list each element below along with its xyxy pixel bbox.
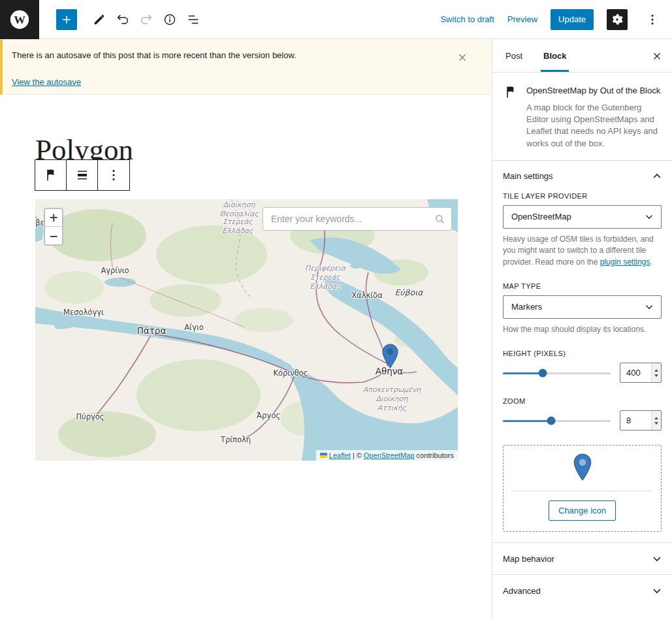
chevron-down-icon bbox=[645, 304, 653, 310]
map-label: Αγρίνιο bbox=[101, 266, 129, 275]
list-view-button[interactable] bbox=[182, 8, 205, 31]
tab-post[interactable]: Post bbox=[495, 40, 533, 72]
tab-block[interactable]: Block bbox=[533, 40, 577, 72]
height-value: 400 bbox=[620, 363, 651, 382]
height-field: HEIGHT (PIXELS) 400 bbox=[503, 350, 662, 383]
block-description: A map block for the Gutenberg Editor usi… bbox=[526, 102, 662, 150]
map-flag-icon bbox=[43, 167, 59, 183]
block-card: OpenStreetMap by Out of the Block A map … bbox=[492, 73, 672, 160]
map-type-field: MAP TYPE Markers How the map should disp… bbox=[503, 282, 662, 335]
chevron-down-icon bbox=[652, 556, 662, 562]
block-inserter-button[interactable] bbox=[56, 9, 77, 30]
zoom-slider-thumb[interactable] bbox=[547, 416, 556, 425]
map-label: Μεσολόγγι bbox=[63, 308, 104, 317]
zoom-slider[interactable] bbox=[503, 411, 611, 431]
map-label: Περιφέρεια Στερεάς Ελλάδας bbox=[305, 264, 345, 291]
block-flag-icon bbox=[503, 83, 519, 150]
panel-map-behavior: Map behavior bbox=[492, 542, 672, 574]
height-slider[interactable] bbox=[503, 363, 611, 383]
tile-layer-help: Heavy usage of OSM tiles is forbidden, a… bbox=[503, 234, 662, 268]
view-autosave-link[interactable]: View the autosave bbox=[12, 77, 81, 87]
sidebar-tabs: Post Block bbox=[495, 40, 577, 72]
advanced-title: Advanced bbox=[503, 586, 541, 596]
align-button[interactable] bbox=[67, 160, 98, 190]
notice-message: There is an autosave of this post that i… bbox=[12, 49, 454, 60]
plugin-settings-link[interactable]: plugin settings bbox=[600, 257, 650, 267]
zoom-in-button[interactable]: + bbox=[45, 209, 62, 227]
switch-to-draft-link[interactable]: Switch to draft bbox=[440, 14, 494, 24]
map-attribution: Leaflet | © OpenStreetMap contributors bbox=[316, 450, 458, 461]
preview-button[interactable]: Preview bbox=[507, 14, 537, 24]
osm-link[interactable]: OpenStreetMap bbox=[364, 451, 415, 459]
settings-sidebar: Post Block OpenStreetMap by Out of the B… bbox=[492, 40, 672, 620]
editor-canvas: Polygon bbox=[0, 95, 492, 620]
map-marker-icon[interactable] bbox=[382, 344, 398, 368]
zoom-stepper[interactable] bbox=[651, 411, 661, 430]
map-behavior-header[interactable]: Map behavior bbox=[492, 543, 672, 574]
zoom-value: 8 bbox=[620, 411, 651, 430]
map-label: Πύργος bbox=[76, 412, 104, 421]
map-labels: Διοίκηση ΘεσσαλίαςΣτερεάς ΕλλάδαςβεΑγρίν… bbox=[35, 199, 458, 461]
align-none-icon bbox=[74, 167, 90, 183]
height-slider-thumb[interactable] bbox=[539, 368, 547, 377]
map-label: Πάτρα bbox=[137, 325, 167, 336]
tile-layer-value: OpenStreetMap bbox=[511, 212, 571, 221]
block-options-button[interactable] bbox=[98, 160, 129, 190]
block-type-button[interactable] bbox=[35, 160, 67, 190]
wordpress-logo[interactable]: W bbox=[0, 0, 39, 39]
map-type-select[interactable]: Markers bbox=[503, 295, 662, 319]
map-label: Εύβοια bbox=[394, 287, 423, 298]
map-label: Τρίπολη bbox=[221, 435, 251, 444]
gutenberg-editor: W bbox=[0, 0, 672, 620]
editor-top-bar: W bbox=[0, 0, 672, 39]
map-label: βε bbox=[35, 218, 44, 227]
notice-close-button[interactable] bbox=[454, 49, 471, 68]
zoom-out-button[interactable]: − bbox=[45, 227, 62, 244]
height-stepper[interactable] bbox=[651, 363, 661, 382]
close-icon bbox=[456, 52, 468, 63]
map-search-input[interactable] bbox=[263, 214, 434, 224]
details-button[interactable] bbox=[158, 8, 182, 31]
copyright-symbol: © bbox=[357, 451, 362, 459]
main-settings-title: Main settings bbox=[503, 171, 553, 181]
gear-icon bbox=[611, 13, 624, 26]
options-menu-button[interactable] bbox=[641, 8, 664, 31]
zoom-field: ZOOM 8 bbox=[503, 397, 662, 431]
tile-layer-select[interactable]: OpenStreetMap bbox=[503, 205, 662, 229]
map-label: Άργος bbox=[257, 411, 280, 420]
main-settings-header[interactable]: Main settings bbox=[492, 161, 672, 192]
svg-text:W: W bbox=[14, 13, 25, 26]
close-settings-button[interactable] bbox=[642, 40, 672, 72]
map-label: Αίγιο bbox=[184, 323, 204, 332]
icon-box-divider bbox=[511, 491, 653, 491]
undo-icon bbox=[116, 12, 130, 27]
map-block[interactable]: Διοίκηση ΘεσσαλίαςΣτερεάς ΕλλάδαςβεΑγρίν… bbox=[35, 199, 458, 461]
settings-toggle-button[interactable] bbox=[607, 9, 628, 30]
zoom-input[interactable]: 8 bbox=[620, 410, 662, 431]
close-icon bbox=[651, 50, 663, 62]
tools-button[interactable] bbox=[88, 8, 111, 31]
height-label: HEIGHT (PIXELS) bbox=[503, 350, 662, 357]
panel-main-settings: Main settings TILE LAYER PROVIDER OpenSt… bbox=[492, 160, 672, 543]
leaflet-link[interactable]: Leaflet bbox=[329, 451, 351, 459]
height-input[interactable]: 400 bbox=[620, 363, 662, 383]
marker-icon-box: Change icon bbox=[503, 445, 662, 532]
map-label: Αποκεντρωμένη Διοίκηση Αττικής bbox=[363, 385, 421, 412]
help-text-end: . bbox=[650, 257, 652, 267]
chevron-down-icon bbox=[652, 588, 662, 594]
ukraine-flag-icon bbox=[320, 453, 327, 458]
map-type-help: How the map should display its locations… bbox=[503, 324, 662, 335]
pencil-icon bbox=[92, 12, 106, 27]
marker-preview-icon bbox=[573, 453, 592, 481]
main-settings-body: TILE LAYER PROVIDER OpenStreetMap Heavy … bbox=[492, 192, 672, 543]
undo-button[interactable] bbox=[111, 8, 135, 31]
attribution-separator: | bbox=[353, 451, 355, 459]
change-icon-button[interactable]: Change icon bbox=[549, 500, 616, 521]
advanced-header[interactable]: Advanced bbox=[492, 575, 672, 606]
redo-button[interactable] bbox=[135, 8, 158, 31]
redo-icon bbox=[139, 12, 153, 27]
update-button[interactable]: Update bbox=[551, 9, 594, 30]
map-zoom-control: + − bbox=[44, 208, 63, 246]
map-label: Χαλκίδα bbox=[351, 291, 383, 300]
tile-layer-field: TILE LAYER PROVIDER OpenStreetMap Heavy … bbox=[503, 192, 662, 268]
